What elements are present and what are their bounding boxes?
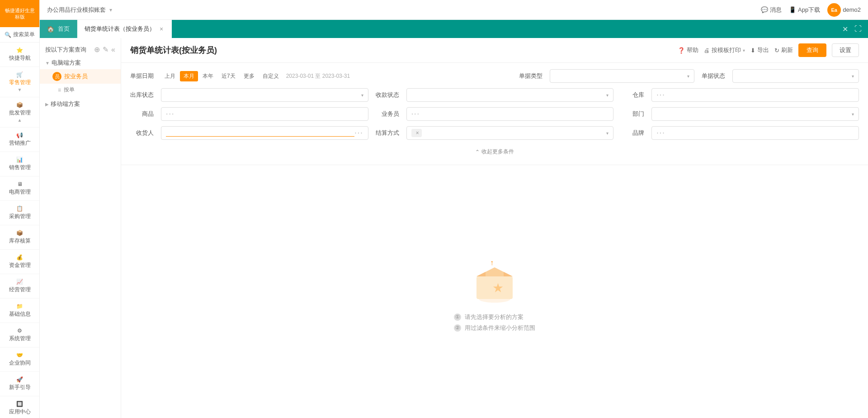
sidebar-item-purchase[interactable]: 📋 采购管理 xyxy=(0,201,39,225)
salesman-select[interactable]: ··· xyxy=(406,107,614,121)
plan-section-mobile[interactable]: ▶ 移动端方案 xyxy=(40,98,121,110)
salesman-dots: ··· xyxy=(411,110,420,118)
sidebar-newbie-label: 新手引导 xyxy=(9,384,31,391)
tab-close-window-icon[interactable]: ✕ xyxy=(841,24,849,34)
sidebar-retail-label: 零售管理 xyxy=(9,79,31,86)
consignee-dots: ··· xyxy=(354,129,363,137)
filter-area: 单据日期 上月 本月 本年 近7天 更多 自定义 2023-03-01 至 20… xyxy=(121,63,868,165)
doc-type-select[interactable]: ▾ xyxy=(550,69,694,83)
sidebar-item-sales[interactable]: 📊 销售管理 xyxy=(0,152,39,176)
appcenter-icon: 🔲 xyxy=(16,401,23,407)
sidebar-item-wholesale[interactable]: 📦 批发管理 ▲ xyxy=(0,97,39,128)
topbar-msg-btn[interactable]: 💬 消息 xyxy=(761,6,782,14)
sidebar-item-ecommerce[interactable]: 🖥 电商管理 xyxy=(0,176,39,201)
refresh-btn[interactable]: ↻ 刷新 xyxy=(774,46,793,54)
hint-num-2: ② xyxy=(454,324,461,332)
date-tab-thisyear[interactable]: 本年 xyxy=(199,71,217,81)
receipt-status-label: 收款状态 xyxy=(376,91,399,99)
sidebar-item-enterprise[interactable]: 🤝 企业协同 xyxy=(0,347,39,372)
doc-type-label: 单据类型 xyxy=(519,72,542,80)
sidebar-item-system[interactable]: ⚙ 系统管理 xyxy=(0,323,39,347)
date-label: 单据日期 xyxy=(130,72,154,80)
date-tab-thismonth[interactable]: 本月 xyxy=(180,71,198,81)
topbar-app-btn[interactable]: 📱 App下载 xyxy=(789,6,820,14)
consignee-input[interactable]: ··· xyxy=(161,126,368,140)
topbar-arrow-icon: ▾ xyxy=(109,7,112,13)
sidebar-quicknav-label: 快捷导航 xyxy=(9,54,31,62)
doc-status-select[interactable]: ▾ xyxy=(732,69,859,83)
quicknav-icon: ⭐ xyxy=(16,47,23,53)
sidebar-item-appcenter[interactable]: 🔲 应用中心 xyxy=(0,396,39,418)
print-caret-icon: ▾ xyxy=(743,48,745,53)
date-tab-7days[interactable]: 近7天 xyxy=(218,71,239,81)
receipt-status-select[interactable]: ▾ xyxy=(406,88,614,102)
sidebar-item-newbie[interactable]: 🚀 新手引导 xyxy=(0,372,39,396)
consignee-field[interactable] xyxy=(166,129,354,137)
sidebar-item-operation[interactable]: 📈 经营管理 xyxy=(0,274,39,299)
topbar: 办公用品行业模拟账套 ▾ 💬 消息 📱 App下载 Ea demo2 xyxy=(40,0,868,20)
sidebar-item-inventory[interactable]: 📦 库存核算 xyxy=(0,225,39,250)
receipt-status-caret-icon: ▾ xyxy=(606,93,609,98)
tab-sales-stat[interactable]: 销货单统计表（按业务员） × xyxy=(77,20,172,38)
hint-num-1: ① xyxy=(454,314,461,321)
print-btn[interactable]: 🖨 按模板打印 ▾ xyxy=(704,46,745,54)
plan-item-salesman-label: 按业务员 xyxy=(64,72,88,81)
sidebar-item-retail[interactable]: 🛒 零售管理 ▼ xyxy=(0,67,39,97)
out-status-select[interactable]: ▾ xyxy=(161,88,368,102)
panel-edit-icon[interactable]: ✎ xyxy=(103,45,108,54)
svg-text:↑: ↑ xyxy=(490,259,494,266)
payment-caret-icon: ▾ xyxy=(606,131,609,136)
system-icon: ⚙ xyxy=(17,328,22,334)
goods-select[interactable]: ··· xyxy=(161,107,368,121)
plan-section-desktop: ▼ 电脑端方案 员 按业务员 ≡ 按单 xyxy=(40,57,121,96)
payment-tag-clear-icon[interactable]: × xyxy=(416,130,419,136)
plan-group-arrow-icon: ▼ xyxy=(45,61,50,66)
topbar-user-btn[interactable]: Ea demo2 xyxy=(827,3,861,17)
payment-select[interactable]: × ▾ xyxy=(406,126,614,140)
sidebar: 畅捷通好生意 标版 🔍 搜索菜单 ⭐ 快捷导航 🛒 零售管理 ▼ 📦 批发管理 … xyxy=(0,0,40,418)
export-btn[interactable]: ⬇ 导出 xyxy=(750,46,769,54)
export-label: 导出 xyxy=(757,46,769,54)
sidebar-basic-label: 基础信息 xyxy=(9,310,31,318)
sidebar-item-quicknav[interactable]: ⭐ 快捷导航 xyxy=(0,43,39,67)
svg-marker-4 xyxy=(504,272,513,276)
brand-select[interactable]: ··· xyxy=(651,126,859,140)
settings-button[interactable]: 设置 xyxy=(832,43,859,57)
sidebar-inventory-label: 库存核算 xyxy=(9,237,31,245)
tabs-spacer xyxy=(172,20,836,38)
plan-item-by-salesman[interactable]: 员 按业务员 xyxy=(40,69,121,84)
date-tab-more[interactable]: 更多 xyxy=(240,71,258,81)
sidebar-item-finance[interactable]: 💰 资金管理 xyxy=(0,250,39,274)
tab-maximize-icon[interactable]: ⛶ xyxy=(854,24,863,34)
doc-status-caret-icon: ▾ xyxy=(852,74,854,79)
sidebar-item-basic[interactable]: 📁 基础信息 xyxy=(0,299,39,323)
plan-group-desktop[interactable]: ▼ 电脑端方案 xyxy=(40,57,121,69)
warehouse-select[interactable]: ··· xyxy=(651,88,859,102)
date-tab-lastmonth[interactable]: 上月 xyxy=(161,71,179,81)
plan-sub-order-label: 按单 xyxy=(64,86,75,94)
collapse-label: 收起更多条件 xyxy=(481,148,514,156)
panel-collapse-icon[interactable]: « xyxy=(111,46,115,54)
plan-sub-item-by-order[interactable]: ≡ 按单 xyxy=(40,84,121,96)
purchase-icon: 📋 xyxy=(16,205,23,212)
query-button[interactable]: 查询 xyxy=(798,43,826,57)
print-icon: 🖨 xyxy=(704,47,710,54)
date-tab-custom[interactable]: 自定义 xyxy=(259,71,283,81)
help-btn[interactable]: ❓ 帮助 xyxy=(678,46,698,54)
filter-row-2: 出库状态 ▾ 收款状态 ▾ 仓库 ··· xyxy=(130,88,859,102)
collapse-btn[interactable]: ⌃ 收起更多条件 xyxy=(130,145,859,158)
hint-text-2: 用过滤条件来缩小分析范围 xyxy=(465,324,535,332)
sidebar-search[interactable]: 🔍 搜索菜单 xyxy=(0,27,39,43)
plan-group-desktop-label: 电脑端方案 xyxy=(52,59,81,67)
tab-close-icon[interactable]: × xyxy=(159,25,164,33)
content-area: 按以下方案查询 ⊕ ✎ « ▼ 电脑端方案 员 按业务员 ≡ 按 xyxy=(40,38,868,418)
panel-add-icon[interactable]: ⊕ xyxy=(94,45,100,54)
sidebar-purchase-label: 采购管理 xyxy=(9,213,31,220)
topbar-user-label: demo2 xyxy=(843,6,861,13)
out-status-caret-icon: ▾ xyxy=(361,93,363,98)
dept-select[interactable]: ▾ xyxy=(651,107,859,121)
filter-row-4: 收货人 ··· 结算方式 × ▾ 品牌 xyxy=(130,126,859,140)
sidebar-item-marketing[interactable]: 📢 营销推广 xyxy=(0,128,39,152)
msg-icon: 💬 xyxy=(761,6,768,13)
tab-home[interactable]: 🏠 首页 xyxy=(40,20,77,38)
